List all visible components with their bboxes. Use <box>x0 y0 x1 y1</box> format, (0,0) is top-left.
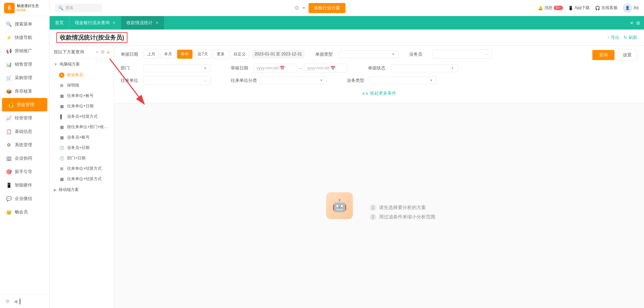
dept-select[interactable]: ▼ <box>144 64 211 72</box>
enterprise-icon: 🏢 <box>5 155 12 162</box>
schema-item-partner-date[interactable]: ▦ 往来单位+日期 <box>50 101 114 111</box>
topbar-dropdown-icon[interactable]: ▼ <box>302 6 306 10</box>
query-button[interactable]: 查询 <box>592 50 614 60</box>
review-date-start[interactable]: yyyy-mm-dd 📅 <box>254 64 297 72</box>
sidebar-item-sales[interactable]: 📊 销售管理 <box>0 58 49 71</box>
tab-home[interactable]: 首页 <box>50 16 69 30</box>
salesperson-select[interactable]: ··· <box>432 50 492 59</box>
business-type-select[interactable]: ▼ <box>370 76 437 84</box>
empty-illustration: 🤖 <box>323 196 356 229</box>
app-download-item[interactable]: 📱 App下载 <box>568 5 590 11</box>
schema-item-partner-dept-collect[interactable]: ▦ 按往来单位+部门+收... <box>50 122 114 132</box>
schema-group-desktop-header[interactable]: ▼ 电脑端方案 <box>50 59 114 70</box>
sidebar-item-member[interactable]: 👑 畅会员 <box>0 205 49 219</box>
hardware-icon: 📱 <box>5 182 12 189</box>
sidebar-footer: ⚙ ◀▐ <box>0 294 49 308</box>
quicknav-icon: ⚡ <box>5 34 12 41</box>
schema-group-mobile-header[interactable]: ▶ 移动端方案 <box>50 184 114 195</box>
schema-item-salesperson-date[interactable]: 🕐 业务员+日期 <box>50 143 114 153</box>
dept-label: 部门 <box>121 65 141 71</box>
table-icon-2: ▦ <box>59 104 64 109</box>
chart-icon: ▌ <box>59 114 64 119</box>
sidebar-item-quicknav[interactable]: ⚡ 快捷导航 <box>0 31 49 44</box>
tab-spacer <box>164 16 626 30</box>
calendar-icon-end: 📅 <box>330 66 335 70</box>
user-item[interactable]: 👤 Rit <box>623 3 639 13</box>
sidebar-item-inventory[interactable]: 📦 库存核算 <box>0 85 49 98</box>
partner-select[interactable]: ··· <box>144 76 211 85</box>
settings-button[interactable]: 设置 <box>617 50 637 60</box>
refresh-button[interactable]: ↻ 刷新 <box>624 35 637 41</box>
date-btn-last-month[interactable]: 上月 <box>144 50 159 59</box>
schema-item-partner-account[interactable]: ▦ 往来单位+账号 <box>50 91 114 101</box>
search-placeholder-text: 搜索 <box>65 5 73 11</box>
tip-item-2: 2 用过滤条件来缩小分析范围 <box>370 214 435 220</box>
online-service-item[interactable]: 🎧 在线客服 <box>595 5 618 11</box>
date-btn-custom[interactable]: 自定义 <box>230 50 249 59</box>
grid-icon-2: ⊞ <box>59 166 64 171</box>
operations-icon: 📈 <box>5 115 12 121</box>
doc-type-select[interactable]: ▼ <box>338 50 398 58</box>
date-btn-this-month[interactable]: 本月 <box>160 50 176 59</box>
member-icon: 👑 <box>5 209 12 215</box>
footer-collapse-icon[interactable]: ◀▐ <box>14 299 21 304</box>
partner-more-icon[interactable]: ··· <box>203 78 207 83</box>
schema-item-salesperson-account[interactable]: ▦ 业务员+账号 <box>50 132 114 143</box>
sidebar-item-search[interactable]: 🔍 搜索菜单 <box>0 17 49 31</box>
right-panel: 单据日期 上月 本月 本年 近7天 更多 自定义 2023-01-01 至 20… <box>114 46 644 308</box>
sidebar-item-finance[interactable]: 💰 资金管理 <box>2 98 47 111</box>
schema-item-salesperson-settle[interactable]: ▌ 业务员+结算方式 <box>50 111 114 122</box>
group-arrow-down: ▼ <box>54 62 58 67</box>
sidebar-item-operations[interactable]: 📈 经营管理 <box>0 111 49 125</box>
export-button[interactable]: ↑ 导出 <box>607 35 620 41</box>
schema-item-partner-settle2[interactable]: ▦ 往来单位+结算方式 <box>50 174 114 184</box>
sidebar-item-guide[interactable]: 🎯 新手引导 <box>0 165 49 178</box>
topbar-search[interactable]: 🔍 搜索 <box>55 4 102 12</box>
tab-collection-close[interactable]: ✕ <box>155 20 159 25</box>
active-indicator: ● <box>59 72 64 78</box>
sidebar-item-hardware[interactable]: 📱 智能硬件 <box>0 178 49 192</box>
tab-bank[interactable]: 现金银行流水查询 ✕ <box>69 16 121 30</box>
salesperson-more-icon[interactable]: ··· <box>485 52 489 57</box>
tab-bank-close[interactable]: ✕ <box>112 20 116 25</box>
collapse-panel-icon[interactable]: « <box>107 49 110 55</box>
date-btn-more[interactable]: 更多 <box>213 50 228 59</box>
topbar-settings-icon[interactable]: ⚙ <box>294 5 299 11</box>
sidebar-item-marketing[interactable]: 📢 营销推广 <box>0 44 49 58</box>
date-dash: — <box>299 66 303 71</box>
trial-button[interactable]: 体验行业方案 <box>309 3 345 13</box>
logo-badge: 标准版 <box>17 8 39 12</box>
schema-item-dept-date[interactable]: 🕐 部门+日期 <box>50 153 114 163</box>
search-icon-small: 🔍 <box>58 6 63 10</box>
review-date-end[interactable]: yyyy-mm-dd 📅 <box>304 64 348 72</box>
sidebar-item-basic[interactable]: 📋 基础信息 <box>0 125 49 138</box>
collapse-filters-button[interactable]: ∧∧ 收起更多条件 <box>362 88 396 99</box>
date-options-group: 上月 本月 本年 近7天 更多 自定义 <box>144 50 249 59</box>
schema-item-partner-settle1[interactable]: ⊞ 往来单位+结算方式 <box>50 163 114 174</box>
table-icon-5: ▦ <box>59 176 64 182</box>
salesperson-label: 业务员 <box>409 51 429 57</box>
sidebar-item-system[interactable]: ⚙ 系统管理 <box>0 138 49 152</box>
date-btn-7days[interactable]: 近7天 <box>194 50 212 59</box>
add-schema-icon[interactable]: + <box>96 49 99 55</box>
tab-expand-icon[interactable]: ⊞ <box>636 20 640 25</box>
date-label: 单据日期 <box>121 51 141 57</box>
date-btn-this-year[interactable]: 本年 <box>177 50 193 59</box>
wechat-icon: 💬 <box>5 195 12 202</box>
tab-collection[interactable]: 收款情况统计 ✕ <box>121 16 164 30</box>
schema-item-by-detail[interactable]: ⊞ 按明细 <box>50 80 114 91</box>
tab-close-all-icon[interactable]: ✕ <box>630 20 634 25</box>
schema-settings-icon[interactable]: ⚙ <box>101 49 105 55</box>
notifications-item[interactable]: 🔔 消息 99+ <box>538 5 563 11</box>
doc-status-select[interactable]: ▼ <box>391 64 458 72</box>
collapse-icon-up: ∧∧ <box>362 91 369 96</box>
download-icon: 📱 <box>568 6 573 10</box>
footer-settings-icon[interactable]: ⚙ <box>5 299 10 304</box>
sidebar-item-wechat[interactable]: 💬 企业微信 <box>0 192 49 205</box>
partner-category-select[interactable]: ▼ <box>260 76 327 84</box>
logo-area: 6 畅捷通好生意 标准版 <box>0 0 49 16</box>
sidebar-item-purchase[interactable]: 🛒 采购管理 <box>0 71 49 85</box>
schema-item-by-salesperson[interactable]: ● 按业务员 <box>50 70 114 80</box>
tabs-bar: 首页 现金银行流水查询 ✕ 收款情况统计 ✕ ✕ ⊞ <box>50 16 644 30</box>
sidebar-item-enterprise[interactable]: 🏢 企业协同 <box>0 152 49 165</box>
